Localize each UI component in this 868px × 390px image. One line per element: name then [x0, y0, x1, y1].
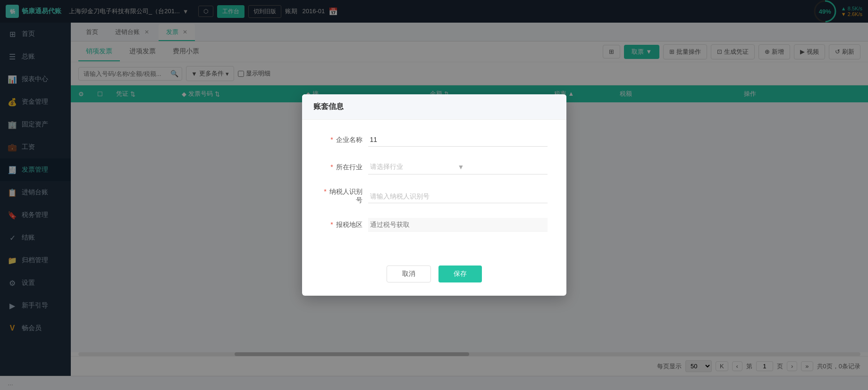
modal-overlay: 账套信息 * 企业名称 * 所在行业 请选择行业 ▼ [0, 0, 868, 390]
tax-region-input [368, 218, 548, 232]
industry-chevron-icon: ▼ [458, 163, 546, 171]
form-row-company-name: * 企业名称 [321, 133, 548, 147]
save-button[interactable]: 保存 [438, 266, 482, 282]
company-name-label: * 企业名称 [321, 136, 368, 144]
modal-title: 账套信息 [313, 102, 344, 110]
modal-dialog: 账套信息 * 企业名称 * 所在行业 请选择行业 ▼ [302, 94, 566, 296]
form-row-industry: * 所在行业 请选择行业 ▼ [321, 160, 548, 174]
form-row-tax-region: * 报税地区 [321, 218, 548, 232]
modal-header: 账套信息 [302, 94, 566, 120]
form-row-tax-id: * 纳税人识别号 [321, 188, 548, 205]
industry-placeholder: 请选择行业 [370, 163, 458, 171]
modal-footer: 取消 保存 [302, 258, 566, 296]
modal-body: * 企业名称 * 所在行业 请选择行业 ▼ * 纳 [302, 120, 566, 258]
industry-label: * 所在行业 [321, 163, 368, 172]
cancel-button[interactable]: 取消 [387, 266, 431, 282]
tax-region-label: * 报税地区 [321, 221, 368, 229]
tax-id-label: * 纳税人识别号 [321, 188, 368, 205]
industry-select[interactable]: 请选择行业 ▼ [368, 160, 548, 174]
company-name-input[interactable] [368, 133, 548, 147]
tax-id-input[interactable] [368, 190, 548, 203]
